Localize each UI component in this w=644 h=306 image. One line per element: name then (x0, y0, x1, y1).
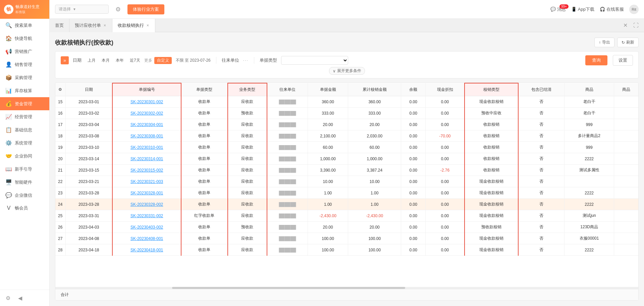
sidebar-item-inventory[interactable]: 📊库存核算 (0, 84, 49, 97)
cell-unit: ██████ (267, 142, 308, 153)
expand-more-button[interactable]: ∨ 展开更多条件 (329, 67, 365, 75)
sidebar-item-member[interactable]: V畅会员 (0, 202, 49, 215)
date-opt-this-month[interactable]: 本月 (100, 57, 112, 64)
sidebar-item-finance[interactable]: 💰资金管理 (0, 97, 49, 110)
page-content: 收款核销执行(按收款) ↑ 导出 ↻ 刷新 » 日期 上月 本月 (50, 32, 644, 306)
cell-doc-no[interactable]: SK-20230315-002 (112, 165, 181, 176)
tab-collection[interactable]: 收款核销执行 × (112, 19, 155, 32)
cell-doc-no[interactable]: SK-20230310-001 (112, 142, 181, 153)
sidebar-item-collab[interactable]: 🤝企业协同 (0, 149, 49, 163)
sidebar-item-operation[interactable]: 📈经营管理 (0, 110, 49, 123)
online-support-button[interactable]: 🎧 在线客服 (600, 6, 624, 12)
cell-biz-type: 应收款 (228, 142, 267, 153)
tab-prepay-close[interactable]: × (103, 22, 107, 28)
sidebar-item-quicknav[interactable]: 🏠快捷导航 (0, 32, 49, 45)
cell-doc-no[interactable]: SK-20230408-001 (112, 233, 181, 244)
tab-collection-close[interactable]: × (146, 22, 150, 28)
cell-no: 24 (55, 199, 65, 210)
sidebar-item-search[interactable]: 🔍搜索菜单 (0, 19, 49, 32)
query-button[interactable]: 查询 (585, 55, 607, 65)
filter-toggle-button[interactable]: » (61, 56, 69, 64)
tab-collection-label: 收款核销执行 (118, 22, 144, 28)
cell-cancel-amount: 1.00 (348, 187, 401, 199)
cell-doc-no[interactable]: SK-20230328-002 (112, 199, 181, 210)
cell-no: 22 (55, 176, 65, 187)
cell-balance: 0.00 (401, 244, 426, 256)
cell-biz-type: 应收款 (228, 199, 267, 210)
date-opt-this-year[interactable]: 本年 (114, 57, 126, 64)
cell-include-settled: 否 (518, 142, 565, 153)
sidebar-item-basic[interactable]: 📋基础信息 (0, 123, 49, 136)
tab-home[interactable]: 首页 (50, 19, 69, 32)
cell-doc-type: 收款单 (181, 130, 228, 142)
sidebar-item-marketing[interactable]: 📢营销推广 (0, 45, 49, 58)
refresh-button[interactable]: ↻ 刷新 (617, 38, 639, 47)
cell-amount: 1.00 (308, 199, 348, 210)
cell-unit: ██████ (267, 130, 308, 142)
topbar: 请选择 ▼ ⚙ 体验行业方案 💬 消息 99+ 📱 App下载 🎧 在线客服 R… (50, 0, 644, 19)
page-header: 收款核销执行(按收款) ↑ 导出 ↻ 刷新 (55, 38, 639, 47)
user-avatar[interactable]: Rit (629, 5, 639, 14)
cell-amount: 100.00 (308, 233, 348, 244)
settings-gear-icon[interactable]: ⚙ (113, 4, 123, 15)
th-cancel-amount: 累计核销金额 (348, 83, 401, 96)
th-date: 日期 (65, 83, 112, 96)
settings-icon[interactable]: ⚙ (3, 293, 13, 303)
th-product1: 商品 (564, 83, 614, 96)
cell-cancel-amount: 1,000.00 (348, 153, 401, 165)
cell-doc-type: 收款单 (181, 108, 228, 119)
table-row: 28 2023-04-18 SK-20230418-001 收款单 应收款 ██… (55, 244, 638, 256)
tab-prepay[interactable]: 预计应收付单 × (69, 19, 112, 32)
export-button[interactable]: ↑ 导出 (594, 38, 614, 47)
cell-biz-type: 应收款 (228, 96, 267, 108)
th-discount: 现金折扣 (426, 83, 465, 96)
setting-button[interactable]: 设置 (613, 55, 633, 66)
date-opt-7days[interactable]: 近7天 (128, 57, 142, 64)
sidebar-item-hardware[interactable]: 🖥️智能硬件 (0, 176, 49, 189)
inventory-icon: 📊 (5, 87, 12, 94)
cell-doc-no[interactable]: SK-20230314-001 (112, 153, 181, 165)
cell-doc-no[interactable]: SK-20230403-002 (112, 222, 181, 233)
sidebar-item-purchase[interactable]: 📦采购管理 (0, 71, 49, 84)
sidebar-item-wechat[interactable]: 💬企业微信 (0, 189, 49, 202)
collapse-icon[interactable]: ◀ (15, 293, 25, 303)
date-opt-more[interactable]: 更多 (144, 58, 152, 63)
scrollbar-thumb[interactable] (172, 287, 405, 289)
cell-no: 21 (55, 165, 65, 176)
cell-doc-no[interactable]: SK-20230418-001 (112, 244, 181, 256)
cell-doc-no[interactable]: SK-20230331-002 (112, 210, 181, 222)
date-opt-last-month[interactable]: 上月 (86, 57, 98, 64)
marketing-icon: 📢 (5, 48, 12, 55)
cell-cancel-amount: 10.00 (348, 176, 401, 187)
table-footer: 合计 (55, 289, 638, 300)
notifications-button[interactable]: 💬 消息 99+ (550, 6, 566, 12)
app-download-button[interactable]: 📱 App下载 (571, 6, 594, 12)
table-row: 19 2023-03-10 SK-20230310-001 收款单 应收款 ██… (55, 142, 638, 153)
sidebar-item-guide[interactable]: 📖新手引导 (0, 163, 49, 176)
cell-biz-type: 应收款 (228, 165, 267, 176)
cell-doc-no[interactable]: SK-20230328-001 (112, 187, 181, 199)
date-opt-custom[interactable]: 自定义 (154, 57, 172, 64)
collab-icon: 🤝 (5, 153, 12, 159)
expand-icon[interactable]: ⛶ (632, 21, 640, 29)
cell-no: 26 (55, 222, 65, 233)
cell-doc-no[interactable]: SK-20230302-002 (112, 108, 181, 119)
cell-doc-no[interactable]: SK-20230304-001 (112, 119, 181, 130)
column-settings-icon[interactable]: ⚙ (58, 87, 62, 92)
cell-doc-no[interactable]: SK-20230301-002 (112, 96, 181, 108)
table-wrap[interactable]: ⚙ 日期 单据编号 单据类型 业务类型 往来单位 单据金额 累计核销金额 余额 … (55, 83, 638, 287)
close-tab-icon[interactable]: ✕ (621, 21, 629, 29)
cell-cancel-type: 收款核销 (465, 119, 518, 130)
solution-button[interactable]: 体验行业方案 (127, 4, 164, 14)
cell-discount: -2.76 (426, 165, 465, 176)
cell-doc-no[interactable]: SK-20230321-003 (112, 176, 181, 187)
horizontal-scrollbar[interactable] (55, 287, 638, 289)
cell-date: 2023-03-04 (65, 119, 112, 130)
doc-type-select[interactable] (281, 56, 348, 65)
th-amount: 单据金额 (308, 83, 348, 96)
cell-unit: ██████ (267, 244, 308, 256)
workspace-selector[interactable]: 请选择 ▼ (55, 5, 109, 14)
sidebar-item-system[interactable]: ⚙️系统管理 (0, 136, 49, 149)
cell-doc-no[interactable]: SK-20230308-001 (112, 130, 181, 142)
sidebar-item-sales[interactable]: 👤销售管理 (0, 58, 49, 71)
